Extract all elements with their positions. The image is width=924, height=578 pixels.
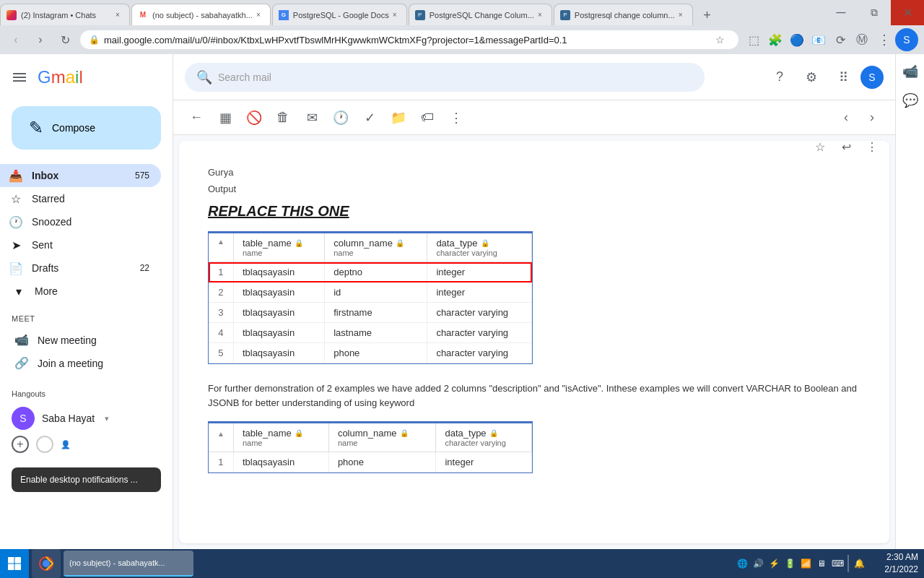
mark-unread-button[interactable]: ✉	[300, 106, 323, 129]
svg-rect-2	[8, 564, 14, 571]
bookmark-star-icon[interactable]: ☆	[710, 30, 730, 50]
chrome-extension-3[interactable]: ⟳	[830, 30, 850, 50]
svg-rect-3	[15, 564, 22, 571]
tab-googledocs-close[interactable]: ×	[389, 9, 401, 21]
labels-button[interactable]: 🏷	[416, 106, 439, 129]
tab-postgresql2-close[interactable]: ×	[675, 9, 687, 21]
sort-arrow-icon: ▲	[217, 238, 225, 246]
sidebar-item-starred[interactable]: ☆ Starred	[0, 187, 161, 210]
tab-gmail-label: (no subject) - sabahayatkh...	[152, 11, 253, 20]
chrome-extension-2[interactable]: 📧	[808, 30, 829, 50]
archive-button[interactable]: ▦	[214, 106, 237, 129]
extensions-icon[interactable]: 🧩	[765, 30, 785, 50]
gmail-sidebar: Gmail ✎ Compose 📥 Inbox 575 ☆ Starred	[0, 54, 173, 549]
gmail-search-bar[interactable]: 🔍 Search mail	[185, 63, 705, 92]
sidebar-item-drafts[interactable]: 📄 Drafts 22	[0, 256, 161, 280]
table-header-table-name[interactable]: table_name 🔒 name	[233, 233, 324, 262]
table-row: 1 tblaqsayasin deptno integer	[209, 262, 532, 282]
sidebar-item-inbox[interactable]: 📥 Inbox 575	[0, 164, 161, 187]
sidebar-item-sent[interactable]: ➤ Sent	[0, 233, 161, 256]
star-message-button[interactable]: ☆	[808, 135, 832, 158]
new-tab-button[interactable]: +	[697, 5, 718, 25]
taskbar-chrome-icon[interactable]	[32, 549, 61, 578]
postgresql1-favicon: P	[415, 10, 425, 20]
chrome-more-button[interactable]: ⋮	[873, 30, 894, 50]
table2-header-table-name[interactable]: table_name 🔒 name	[233, 423, 328, 452]
table2-header-data-type[interactable]: data_type 🔒 character varying	[436, 423, 532, 452]
sidebar-item-join-meeting[interactable]: 🔗 Join a meeting	[12, 352, 161, 375]
tab-postgresql2-label: Postgresql change column...	[575, 11, 675, 20]
hangout-contact-icon: 👤	[61, 440, 71, 449]
data-table-2: ▲ table_name 🔒 name	[209, 423, 532, 473]
report-spam-button[interactable]: 🚫	[243, 106, 266, 129]
address-bar[interactable]: 🔒 mail.google.com/mail/u/0/#inbox/KtbxLw…	[79, 30, 739, 50]
window-restore-button[interactable]: ⧉	[858, 0, 891, 25]
data-table-1: ▲ table_name 🔒	[209, 233, 532, 363]
apps-button[interactable]: ⠿	[829, 63, 858, 92]
back-button[interactable]: ‹	[6, 30, 26, 50]
gmail-header-actions: ? ⚙ ⠿ S	[765, 63, 884, 92]
taskbar-window-browser[interactable]: (no subject) - sabahayatk...	[64, 551, 193, 577]
forward-button[interactable]: ›	[30, 30, 51, 50]
screen-share-icon[interactable]: ⬚	[744, 30, 764, 50]
hangout-user-saba[interactable]: S Saba Hayat ▾	[12, 404, 161, 433]
sidebar-more-button[interactable]: ▾ More	[0, 280, 173, 303]
taskbar-time: 2:30 AM 2/1/2022	[884, 551, 918, 576]
add-to-tasks-button[interactable]: ✓	[358, 106, 381, 129]
gmail-logo: Gmail	[38, 67, 83, 87]
delete-button[interactable]: 🗑	[271, 106, 295, 129]
reload-button[interactable]: ↻	[55, 30, 75, 50]
gmail-logo-icon: Gmail	[38, 67, 83, 87]
snooze-button[interactable]: 🕐	[329, 106, 352, 129]
window-minimize-button[interactable]: ─	[824, 0, 858, 25]
browser-content: Gmail ✎ Compose 📥 Inbox 575 ☆ Starred	[0, 54, 924, 549]
gmail-main: 🔍 Search mail ? ⚙ ⠿ S ← ▦ 🚫 🗑	[173, 54, 895, 549]
table-row-sort-header: ▲	[209, 233, 233, 262]
prev-email-button[interactable]: ‹	[834, 106, 858, 129]
table-header-data-type[interactable]: data_type 🔒 character varying	[427, 233, 532, 262]
more-actions-button[interactable]: ⋮	[445, 106, 468, 129]
tab-postgresql2[interactable]: P Postgresql change column... ×	[554, 4, 693, 25]
row-column-name: deptno	[325, 262, 427, 282]
enable-notifications-bar[interactable]: Enable desktop notifications ...	[12, 467, 161, 492]
tab-gmail[interactable]: M (no subject) - sabahayatkh... ×	[131, 4, 271, 25]
tab-googledocs[interactable]: G PostgreSQL - Google Docs ×	[272, 4, 407, 25]
table2-header-column-name[interactable]: column_name 🔒 name	[328, 423, 436, 452]
hangout-add-button[interactable]: +	[12, 436, 29, 453]
row-data-type: character varying	[427, 323, 532, 343]
row-data-type: integer	[427, 262, 532, 282]
help-button[interactable]: ?	[765, 63, 794, 92]
tab-instagram-close[interactable]: ×	[112, 9, 123, 21]
more-message-actions-button[interactable]: ⋮	[860, 135, 884, 158]
chrome-extension-1[interactable]: 🔵	[787, 30, 807, 50]
hangout-avatar-placeholder	[36, 436, 53, 453]
more-icon: ▾	[12, 284, 26, 298]
window-close-button[interactable]: ✕	[891, 0, 924, 25]
hamburger-menu-button[interactable]	[12, 69, 29, 86]
table-body-2: 1 tblaqsayasin phone integer	[209, 452, 532, 473]
reply-button[interactable]: ↩	[834, 135, 858, 158]
back-to-inbox-button[interactable]: ←	[185, 106, 208, 129]
sidebar-item-snoozed[interactable]: 🕐 Snoozed	[0, 210, 161, 233]
compose-button[interactable]: ✎ Compose	[12, 106, 161, 150]
google-account-avatar[interactable]: S	[895, 28, 918, 51]
settings-button[interactable]: ⚙	[797, 63, 826, 92]
data-type-lock-icon: 🔒	[481, 239, 489, 247]
chrome-extension-4[interactable]: Ⓜ	[852, 30, 872, 50]
table-header-column-name[interactable]: column_name 🔒 name	[325, 233, 427, 262]
meet-sidebar-button[interactable]: 📹	[899, 60, 922, 83]
tab-postgresql1[interactable]: P PostgreSQL Change Colum... ×	[409, 4, 552, 25]
tab-gmail-close[interactable]: ×	[253, 9, 264, 21]
tab-postgresql1-close[interactable]: ×	[534, 9, 546, 21]
browser-toolbar-right: ⬚ 🧩 🔵 📧 ⟳ Ⓜ ⋮ S	[744, 28, 918, 51]
move-to-button[interactable]: 📁	[387, 106, 410, 129]
t2-table-name-lock-icon: 🔒	[295, 429, 303, 437]
next-email-button[interactable]: ›	[860, 106, 884, 129]
gmail-favicon: M	[138, 10, 148, 20]
start-button[interactable]	[0, 549, 29, 578]
gmail-account-avatar[interactable]: S	[860, 66, 884, 89]
chat-sidebar-button[interactable]: 💬	[899, 89, 922, 112]
sidebar-item-new-meeting[interactable]: 📹 New meeting	[12, 329, 161, 352]
tab-instagram[interactable]: (2) Instagram • Chats ×	[0, 4, 130, 25]
enable-notifications-text: Enable desktop notifications ...	[20, 475, 138, 485]
